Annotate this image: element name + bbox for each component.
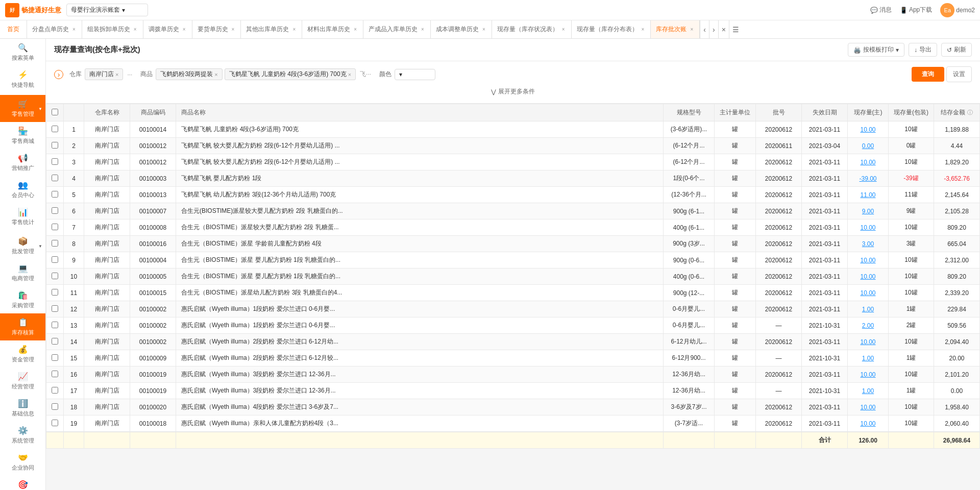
tab-diaob-close[interactable]: × <box>182 26 187 33</box>
sidebar-item-guide[interactable]: 🎯 新手引导 <box>0 476 45 490</box>
filter-more-product[interactable]: 飞··· <box>358 70 373 79</box>
row-checkbox[interactable] <box>52 371 58 377</box>
tab-yaohuo[interactable]: 要货单历史 × <box>192 20 241 38</box>
tab-yaohuo-close[interactable]: × <box>231 26 236 33</box>
row-check[interactable] <box>46 203 64 219</box>
tab-qita[interactable]: 其他出库单历史 × <box>241 20 302 38</box>
row-checkbox[interactable] <box>52 305 58 312</box>
sidebar-item-ops[interactable]: 📈 经营管理 <box>0 368 45 395</box>
row-checkbox[interactable] <box>52 256 58 263</box>
row-checkbox[interactable] <box>52 354 58 361</box>
tab-xiancunzhuang-close[interactable]: × <box>561 26 566 33</box>
btn-setting[interactable]: 设置 <box>946 66 972 82</box>
row-qty[interactable]: 10.00 <box>848 219 889 236</box>
tab-menu-btn[interactable]: ☰ <box>729 20 742 38</box>
row-qty[interactable]: 10.00 <box>848 285 889 301</box>
amount-info-icon[interactable]: ⓘ <box>967 109 973 115</box>
row-checkbox[interactable] <box>52 207 58 214</box>
sidebar-item-purchase[interactable]: 🛍️ 采购管理 <box>0 286 45 313</box>
row-checkbox[interactable] <box>52 403 58 410</box>
tab-fenpan[interactable]: 分盘点单历史 × <box>27 20 82 38</box>
sidebar-item-basic[interactable]: ℹ️ 基础信息 <box>0 395 45 422</box>
app-download-btn[interactable]: 📱 App下载 <box>900 6 932 14</box>
product-tag-2[interactable]: 飞鹤星飞帆 儿童奶粉 4段(3-6岁适用) 700克 × <box>225 68 356 80</box>
row-check[interactable] <box>46 383 64 399</box>
row-check[interactable] <box>46 285 64 301</box>
workspace-selector[interactable]: 母婴行业演示账套 ▾ <box>66 4 148 16</box>
row-qty[interactable]: 10.00 <box>848 154 889 170</box>
row-qty[interactable]: 3.00 <box>848 236 889 252</box>
row-qty[interactable]: 10.00 <box>848 252 889 268</box>
sidebar-item-ecom[interactable]: 💻 电商管理 <box>0 259 45 286</box>
tab-zuzhangchai[interactable]: 组装拆卸单历史 × <box>82 20 143 38</box>
row-check[interactable] <box>46 268 64 285</box>
row-qty[interactable]: 10.00 <box>848 268 889 285</box>
color-select[interactable]: ▾ <box>395 69 435 80</box>
tab-kucunpici[interactable]: 库存批次账 × <box>651 20 700 38</box>
tab-xiancunfen[interactable]: 现存量（库存分布表） × <box>572 20 651 38</box>
row-check[interactable] <box>46 187 64 203</box>
row-checkbox[interactable] <box>52 273 58 279</box>
sidebar-item-retailstat[interactable]: 📊 零售统计 <box>0 203 45 230</box>
tab-home[interactable]: 首页 <box>0 20 27 38</box>
tab-chancheng-close[interactable]: × <box>420 26 425 33</box>
row-check[interactable] <box>46 219 64 236</box>
row-qty[interactable]: -39.00 <box>848 170 889 187</box>
row-qty[interactable]: 1.00 <box>848 383 889 399</box>
row-qty[interactable]: 10.00 <box>848 334 889 350</box>
row-check[interactable] <box>46 121 64 138</box>
row-checkbox[interactable] <box>52 322 58 328</box>
row-check[interactable] <box>46 301 64 317</box>
row-checkbox[interactable] <box>52 126 58 132</box>
sidebar-item-mall[interactable]: 🏪 零售商城 <box>0 122 45 149</box>
row-check[interactable] <box>46 334 64 350</box>
warehouse-tag-nanan[interactable]: 南岸门店 × <box>85 68 123 80</box>
tab-chancheng[interactable]: 产成品入库单历史 × <box>363 20 431 38</box>
row-checkbox[interactable] <box>52 224 58 230</box>
tab-cailiao[interactable]: 材料出库单历史 × <box>302 20 363 38</box>
select-all-checkbox[interactable] <box>52 109 58 115</box>
expand-filter-btn[interactable]: › <box>54 70 63 79</box>
row-check[interactable] <box>46 154 64 170</box>
row-qty[interactable]: 2.00 <box>848 317 889 334</box>
btn-template[interactable]: 🖨️ 按模板打印 ▾ <box>848 43 904 57</box>
expand-more-conditions[interactable]: ⋁ 展开更多条件 <box>54 85 972 98</box>
tab-chengben[interactable]: 成本调整单历史 × <box>431 20 492 38</box>
tab-diaob[interactable]: 调拨单历史 × <box>143 20 192 38</box>
row-check[interactable] <box>46 366 64 383</box>
tab-prev-btn[interactable]: ‹ <box>700 20 709 38</box>
tab-cailiao-close[interactable]: × <box>353 26 358 33</box>
sidebar-item-inventory[interactable]: 📋 库存核算 <box>0 313 45 340</box>
tab-next-btn[interactable]: › <box>709 20 718 38</box>
sidebar-item-nav[interactable]: ⚡ 快捷导航 <box>0 66 45 93</box>
sidebar-item-sys[interactable]: ⚙️ 系统管理 <box>0 422 45 449</box>
sidebar-item-wholesale[interactable]: 📦 批发管理 <box>0 232 45 259</box>
row-qty[interactable]: 10.00 <box>848 121 889 138</box>
sidebar-item-collab[interactable]: 🤝 企业协同 <box>0 449 45 476</box>
row-check[interactable] <box>46 138 64 154</box>
sidebar-item-retail[interactable]: 🛒 零售管理 <box>0 95 45 122</box>
filter-more-warehouse[interactable]: ··· <box>125 71 134 78</box>
row-qty[interactable]: 0.00 <box>848 138 889 154</box>
row-qty[interactable]: 1.00 <box>848 301 889 317</box>
user-profile[interactable]: Ea demo2 <box>940 3 975 17</box>
row-checkbox[interactable] <box>52 158 58 165</box>
product-tag-1-remove[interactable]: × <box>214 71 217 78</box>
row-check[interactable] <box>46 350 64 366</box>
sidebar-item-marketing[interactable]: 📢 营销推广 <box>0 149 45 176</box>
row-qty[interactable]: 10.00 <box>848 399 889 415</box>
row-qty[interactable]: 9.00 <box>848 203 889 219</box>
sidebar-item-search[interactable]: 🔍 搜索英单 <box>0 39 45 66</box>
row-checkbox[interactable] <box>52 289 58 296</box>
tab-fenpan-close[interactable]: × <box>71 26 77 33</box>
sidebar-item-finance[interactable]: 💰 资金管理 <box>0 340 45 368</box>
btn-query[interactable]: 查询 <box>912 67 944 82</box>
tab-xiancunzhuang[interactable]: 现存量（库存状况表） × <box>492 20 572 38</box>
tab-kucunpici-close[interactable]: × <box>689 26 694 33</box>
row-checkbox[interactable] <box>52 191 58 198</box>
btn-refresh[interactable]: ↺ 刷新 <box>941 43 972 57</box>
row-check[interactable] <box>46 170 64 187</box>
product-tag-2-remove[interactable]: × <box>348 71 351 78</box>
row-qty[interactable]: 10.00 <box>848 366 889 383</box>
row-checkbox[interactable] <box>52 142 58 149</box>
